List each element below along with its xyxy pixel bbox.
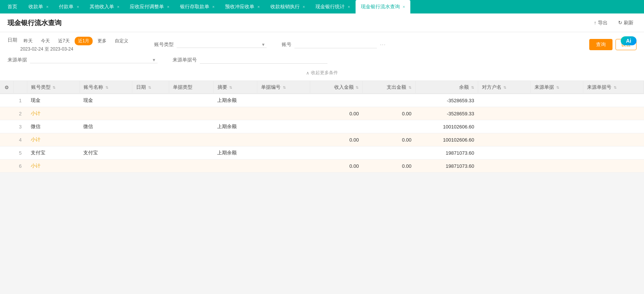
cell-expense <box>363 146 415 160</box>
column-account-type[interactable]: 账号类型 ⇅ <box>27 81 80 94</box>
source-doc-no-label: 来源单据号 <box>173 57 197 63</box>
column-source-doc-no[interactable]: 来源单据号 ⇅ <box>583 81 644 94</box>
cell-source-doc <box>531 107 583 120</box>
column-expense[interactable]: 支出金额 ⇅ <box>363 81 415 94</box>
filter-row-1: 日期 昨天 今天 近7天 近1月 更多 自定义 2023-02-24 至 202… <box>8 37 636 52</box>
nav-tab-cash-bank-stats[interactable]: 现金银行统计 × <box>310 0 355 13</box>
close-icon[interactable]: × <box>303 0 305 13</box>
date-btn-more[interactable]: 更多 <box>94 37 110 45</box>
account-type-label: 账号类型 <box>154 41 174 48</box>
column-income[interactable]: 收入金额 ⇅ <box>310 81 362 94</box>
cell-balance: 19871073.60 <box>415 160 478 173</box>
nav-home[interactable]: 首页 <box>2 0 23 13</box>
close-icon[interactable]: × <box>46 0 48 13</box>
column-summary[interactable]: 摘要 ⇅ <box>213 81 257 94</box>
nav-tab-advance-offset[interactable]: 预收冲应收单 × <box>220 0 265 13</box>
column-counterpart[interactable]: 对方户名 ⇅ <box>478 81 530 94</box>
ai-button[interactable]: Ai <box>621 36 636 45</box>
cell-summary: 上期余额 <box>213 94 257 107</box>
date-btn-today[interactable]: 今天 <box>38 37 53 45</box>
column-doc-type: 单据类型 <box>169 81 213 94</box>
nav-tab-cash-bank-flow[interactable]: 现金银行流水查询 × <box>356 0 410 13</box>
cell-source-doc-no <box>583 94 644 107</box>
data-table: ⚙ 账号类型 ⇅ 账号名称 ⇅ 日期 ⇅ 单据类型 摘要 ⇅ 单据编号 ⇅ 收入… <box>0 81 644 173</box>
close-icon[interactable]: × <box>212 0 215 13</box>
nav-tab-bank-deposit[interactable]: 银行存取款单 × <box>175 0 220 13</box>
date-options: 昨天 今天 近7天 近1月 更多 自定义 2023-02-24 至 2023-0… <box>20 37 132 52</box>
cell-balance: 100102606.60 <box>415 120 478 133</box>
cell-source-doc-no <box>583 120 644 133</box>
cell-doc-no <box>257 133 310 146</box>
table-row[interactable]: 3 微信 微信 上期余额 100102606.60 <box>0 120 644 133</box>
cell-income <box>310 94 362 107</box>
cell-summary <box>213 160 257 173</box>
table-row[interactable]: 1 现金 现金 上期余额 -3528659.33 <box>0 94 644 107</box>
nav-tab-payment[interactable]: 付款单 × <box>54 0 84 13</box>
column-settings[interactable]: ⚙ <box>0 81 14 94</box>
nav-tab-receive[interactable]: 收款单 × <box>23 0 54 13</box>
nav-tab-collect-verify[interactable]: 收款核销执行 × <box>265 0 310 13</box>
cell-balance: -3528659.33 <box>415 94 478 107</box>
cell-doc-no <box>257 120 310 133</box>
table-row[interactable]: 2 小计 0.00 0.00 -3528659.33 <box>0 107 644 120</box>
cell-num: 4 <box>14 133 27 146</box>
date-btn-7days[interactable]: 近7天 <box>55 37 73 45</box>
source-doc-select[interactable]: ▼ <box>30 57 158 63</box>
filter-row-2: 来源单据 ▼ 来源单据号 <box>8 56 636 64</box>
cell-gear <box>0 107 14 120</box>
cell-summary <box>213 107 257 120</box>
account-type-select[interactable]: ▼ <box>177 42 267 48</box>
column-date[interactable]: 日期 ⇅ <box>132 81 169 94</box>
collapse-bar[interactable]: ∧ 收起更多条件 <box>8 67 636 78</box>
cell-source-doc <box>531 160 583 173</box>
cell-doc-type <box>169 120 213 133</box>
close-icon[interactable]: × <box>348 0 350 13</box>
close-icon[interactable]: × <box>117 0 119 13</box>
cell-account-type: 微信 <box>27 120 80 133</box>
table-row[interactable]: 6 小计 0.00 0.00 19871073.60 <box>0 160 644 173</box>
date-btn-yesterday[interactable]: 昨天 <box>20 37 36 45</box>
cell-doc-no <box>257 160 310 173</box>
cell-expense: 0.00 <box>363 133 415 146</box>
refresh-button[interactable]: ↻ 刷新 <box>615 18 636 28</box>
column-balance[interactable]: 余额 ⇅ <box>415 81 478 94</box>
close-icon[interactable]: × <box>167 0 169 13</box>
close-icon[interactable]: × <box>77 0 79 13</box>
query-button[interactable]: 查询 <box>589 39 612 50</box>
cell-date <box>132 94 169 107</box>
cell-source-doc-no <box>583 133 644 146</box>
source-doc-no-input[interactable] <box>200 56 327 64</box>
cell-summary <box>213 133 257 146</box>
cell-date <box>132 146 169 160</box>
date-btn-1month[interactable]: 近1月 <box>75 37 93 45</box>
cell-income: 0.00 <box>310 107 362 120</box>
account-input[interactable] <box>294 41 377 48</box>
column-source-doc[interactable]: 来源单据 ⇅ <box>531 81 583 94</box>
cell-source-doc <box>531 146 583 160</box>
close-icon[interactable]: × <box>403 0 405 13</box>
nav-tab-other-income[interactable]: 其他收入单 × <box>84 0 125 13</box>
table-row[interactable]: 5 支付宝 支付宝 上期余额 19871073.60 <box>0 146 644 160</box>
cell-date <box>132 160 169 173</box>
export-button[interactable]: ↑ 导出 <box>591 18 611 28</box>
table-row[interactable]: 4 小计 0.00 0.00 100102606.60 <box>0 133 644 146</box>
cell-income: 0.00 <box>310 160 362 173</box>
cell-doc-no <box>257 146 310 160</box>
filter-area: 日期 昨天 今天 近7天 近1月 更多 自定义 2023-02-24 至 202… <box>0 32 644 81</box>
close-icon[interactable]: × <box>257 0 260 13</box>
column-doc-no[interactable]: 单据编号 ⇅ <box>257 81 310 94</box>
cell-source-doc <box>531 133 583 146</box>
date-filter: 日期 昨天 今天 近7天 近1月 更多 自定义 2023-02-24 至 202… <box>8 37 132 52</box>
date-btn-custom[interactable]: 自定义 <box>111 37 132 45</box>
header-actions: ↑ 导出 ↻ 刷新 <box>591 18 637 28</box>
cell-account-name <box>80 107 132 120</box>
account-type-filter: 账号类型 ▼ <box>154 41 267 48</box>
column-account-name[interactable]: 账号名称 ⇅ <box>80 81 132 94</box>
cell-balance: 19871073.60 <box>415 146 478 160</box>
nav-tab-ar-ap-adjust[interactable]: 应收应付调整单 × <box>125 0 174 13</box>
source-doc-no-filter: 来源单据号 <box>173 56 327 64</box>
more-options-icon[interactable]: ··· <box>380 42 386 47</box>
cell-account-name: 支付宝 <box>80 146 132 160</box>
cell-account-name: 现金 <box>80 94 132 107</box>
cell-counterpart <box>478 133 530 146</box>
